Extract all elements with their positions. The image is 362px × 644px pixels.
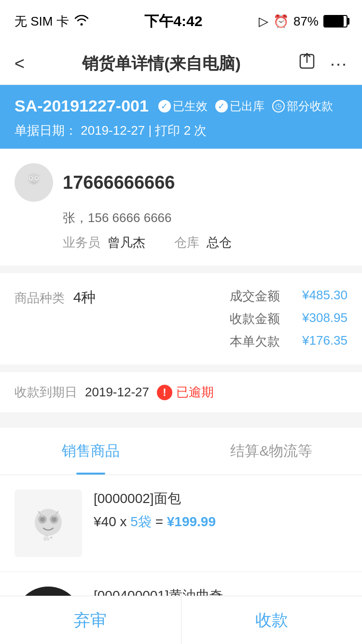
- tab-sales-products[interactable]: 销售商品: [0, 428, 181, 475]
- time-display: 下午4:42: [144, 12, 202, 31]
- overdue-text: 已逾期: [176, 384, 214, 401]
- deal-amount-value: ¥485.30: [290, 288, 348, 305]
- list-item: 品+ [0000002]面包 ¥40 x 5袋 = ¥199.99: [0, 475, 362, 572]
- product-image-1: 品+: [14, 490, 82, 557]
- carrier-label: 无 SIM 卡: [14, 13, 69, 30]
- type-label: 商品种类: [14, 291, 65, 305]
- customer-section: 17666666666 张，156 6666 6666 业务员 曾凡杰 仓库 总…: [0, 149, 362, 266]
- deal-amount-label: 成交金额: [230, 288, 280, 305]
- summary-row: 商品种类 4种 成交金额 ¥485.30 收款金额 ¥308.95 本单欠款 ¥…: [14, 288, 348, 350]
- owed-amount-label: 本单欠款: [230, 333, 280, 350]
- amount-row-received: 收款金额 ¥308.95: [230, 310, 348, 327]
- status-left: 无 SIM 卡: [14, 13, 88, 30]
- received-amount-value: ¥308.95: [290, 310, 348, 327]
- svg-point-4: [30, 177, 32, 179]
- status-tag-partial: ◷ 部分收款: [272, 98, 333, 114]
- status-right: ▷ ⏰ 87%: [259, 14, 348, 29]
- alarm-icon: ⏰: [273, 14, 289, 29]
- due-date: 2019-12-27: [85, 385, 149, 400]
- customer-phone: 17666666666: [63, 172, 175, 193]
- status-tag-outstock: ✓ 已出库: [215, 98, 265, 114]
- amount-row-deal: 成交金额 ¥485.30: [230, 288, 348, 305]
- price-x-1: x: [120, 514, 131, 529]
- warehouse-meta: 仓库 总仓: [174, 234, 232, 251]
- svg-text:品+: 品+: [43, 534, 53, 541]
- order-id: SA-20191227-001: [14, 97, 149, 115]
- wifi-icon: [75, 14, 88, 29]
- confirm-button[interactable]: 收款: [181, 596, 362, 644]
- check-icon-effected: ✓: [158, 100, 171, 112]
- summary-section: 商品种类 4种 成交金额 ¥485.30 收款金额 ¥308.95 本单欠款 ¥…: [0, 273, 362, 364]
- date-label: 单据日期：: [14, 123, 77, 138]
- due-label: 收款到期日: [14, 384, 77, 401]
- status-partial-label: 部分收款: [287, 98, 333, 114]
- received-amount-label: 收款金额: [230, 310, 280, 327]
- nav-bar: < 销货单详情(来自电脑) ···: [0, 42, 362, 85]
- warehouse-label: 仓库: [174, 235, 199, 250]
- price-qty-1: 5袋: [130, 514, 152, 529]
- customer-row: 17666666666: [14, 163, 348, 202]
- price-base-1: ¥40: [94, 514, 116, 529]
- product-name-1: [0000002]面包: [94, 490, 348, 508]
- status-outstock-label: 已出库: [230, 98, 265, 114]
- order-date: 2019-12-27: [81, 123, 145, 138]
- separator: [0, 420, 362, 428]
- status-tags: ✓ 已生效 ✓ 已出库 ◷ 部分收款: [158, 98, 333, 114]
- sales-value: 曾凡杰: [108, 235, 145, 250]
- due-section: 收款到期日 2019-12-27 ! 已逾期: [0, 372, 362, 412]
- owed-amount-value: ¥176.35: [290, 333, 348, 350]
- clock-icon-partial: ◷: [272, 100, 285, 112]
- customer-name: 张，156 6666 6666: [63, 210, 348, 226]
- share-button[interactable]: [298, 53, 316, 74]
- product-price-1: ¥40 x 5袋 = ¥199.99: [94, 513, 348, 531]
- page-title: 销货单详情(来自电脑): [82, 53, 241, 75]
- type-value: 4种: [73, 289, 96, 305]
- svg-point-9: [40, 517, 45, 522]
- nav-actions: ···: [298, 53, 348, 74]
- customer-meta: 业务员 曾凡杰 仓库 总仓: [63, 234, 348, 251]
- summary-right: 成交金额 ¥485.30 收款金额 ¥308.95 本单欠款 ¥176.35: [230, 288, 348, 350]
- sales-meta: 业务员 曾凡杰: [63, 234, 145, 251]
- product-info-1: [0000002]面包 ¥40 x 5袋 = ¥199.99: [94, 490, 348, 531]
- more-button[interactable]: ···: [330, 54, 348, 74]
- tabs-section: 销售商品 结算&物流等: [0, 428, 362, 475]
- svg-point-5: [36, 177, 38, 179]
- overdue-badge: ! 已逾期: [157, 384, 214, 401]
- amount-row-owed: 本单欠款 ¥176.35: [230, 333, 348, 350]
- back-button[interactable]: <: [14, 54, 25, 74]
- battery-icon: [323, 15, 348, 28]
- price-eq-1: =: [155, 514, 167, 529]
- warehouse-value: 总仓: [207, 235, 232, 250]
- sales-label: 业务员: [63, 235, 100, 250]
- header-banner: SA-20191227-001 ✓ 已生效 ✓ 已出库 ◷ 部分收款 单据日期：…: [0, 85, 362, 149]
- status-bar: 无 SIM 卡 下午4:42 ▷ ⏰ 87%: [0, 0, 362, 42]
- cancel-button[interactable]: 弃审: [0, 596, 181, 644]
- summary-left: 商品种类 4种: [14, 288, 96, 308]
- status-effected-label: 已生效: [173, 98, 208, 114]
- check-icon-outstock: ✓: [215, 100, 228, 112]
- bottom-bar: 弃审 收款: [0, 596, 362, 644]
- price-total-1: ¥199.99: [167, 514, 216, 529]
- overdue-icon: !: [157, 385, 172, 400]
- svg-point-10: [52, 517, 56, 522]
- location-icon: ▷: [259, 14, 268, 29]
- header-date: 单据日期： 2019-12-27 | 打印 2 次: [14, 122, 348, 139]
- status-tag-effected: ✓ 已生效: [158, 98, 208, 114]
- battery-percent: 87%: [293, 14, 319, 29]
- print-info: | 打印 2 次: [148, 123, 207, 138]
- avatar: [14, 163, 53, 202]
- header-top: SA-20191227-001 ✓ 已生效 ✓ 已出库 ◷ 部分收款: [14, 97, 348, 115]
- tab-settlement[interactable]: 结算&物流等: [181, 428, 362, 475]
